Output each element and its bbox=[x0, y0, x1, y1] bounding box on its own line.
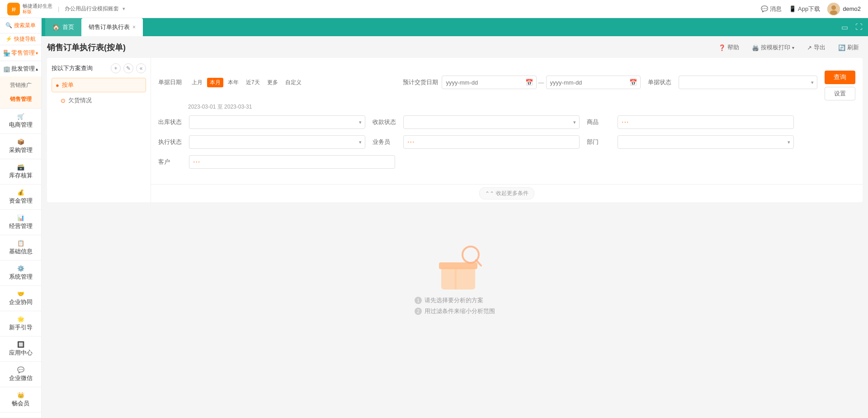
filter-left-header: 按以下方案查询 + ✎ « bbox=[52, 63, 146, 73]
tab-minimize-btn[interactable]: ▭ bbox=[840, 21, 850, 33]
sidebar-item-sales[interactable]: 销售管理 bbox=[0, 92, 41, 106]
scheme-sub-item[interactable]: ⊙ 欠货情况 bbox=[52, 94, 146, 107]
help-btn[interactable]: ❓ 帮助 bbox=[715, 42, 743, 53]
header-left: 好 畅捷通好生意 标版 | 办公用品行业模拟账套 ▾ bbox=[7, 3, 125, 15]
tab-close-btn[interactable]: × bbox=[132, 24, 136, 30]
breadcrumb-arrow[interactable]: ▾ bbox=[123, 6, 125, 12]
inventory-icon: 🗃️ bbox=[17, 164, 24, 171]
scheme-item-active[interactable]: ● 按单 bbox=[52, 78, 146, 92]
edit-scheme-btn[interactable]: ✎ bbox=[123, 63, 133, 73]
breadcrumb-label: 办公用品行业模拟账套 bbox=[65, 5, 119, 13]
sidebar-item-quicknav[interactable]: ⚡ 快捷导航 bbox=[0, 33, 41, 45]
member-icon: 👑 bbox=[17, 392, 24, 399]
sidebar-item-retail[interactable]: 🏪 零售管理 ▾ bbox=[0, 45, 41, 61]
status-select[interactable] bbox=[679, 76, 817, 89]
date-btn-thisyear[interactable]: 本年 bbox=[225, 78, 241, 87]
salesman-picker[interactable]: ··· bbox=[403, 135, 580, 149]
tab-home[interactable]: 🏠 首页 bbox=[45, 18, 81, 36]
date-label: 单据日期 bbox=[158, 78, 185, 86]
shipment-label: 出库状态 bbox=[158, 118, 185, 126]
salesman-label: 业务员 bbox=[373, 138, 400, 146]
ecommerce-icon: 🛒 bbox=[17, 113, 24, 120]
sidebar-item-basic[interactable]: 📋 基础信息 bbox=[0, 235, 41, 261]
sidebar-item-system[interactable]: ⚙️ 系统管理 bbox=[0, 261, 41, 286]
shipment-select-wrap bbox=[189, 115, 365, 129]
empty-svg bbox=[432, 242, 486, 292]
sidebar-item-app[interactable]: 🔲 应用中心 bbox=[0, 337, 41, 362]
forecast-date-start[interactable] bbox=[442, 76, 536, 89]
enterprise-icon: 🤝 bbox=[17, 290, 24, 297]
sidebar-item-newbie[interactable]: 🌟 新手引导 bbox=[0, 311, 41, 337]
exec-select-wrap bbox=[189, 135, 365, 149]
page-title: 销售订单执行表(按单) bbox=[47, 42, 126, 53]
print-btn[interactable]: 🖨️ 按模板打印 ▾ bbox=[748, 42, 798, 53]
hint-num-1: 1 bbox=[415, 297, 422, 304]
sidebar-item-ecommerce[interactable]: 🛒 电商管理 bbox=[0, 109, 41, 134]
filter-field-collect: 收款状态 bbox=[373, 115, 580, 129]
main-layout: 🔍 搜索菜单 ⚡ 快捷导航 🏪 零售管理 ▾ 🏢 批发管理 ▴ 营销推广 销售管… bbox=[0, 18, 868, 418]
sidebar-sub-wholesale: 营销推广 销售管理 bbox=[0, 76, 41, 108]
dept-select-wrap bbox=[618, 135, 794, 149]
svg-text:好: 好 bbox=[11, 7, 16, 12]
message-icon: 💬 bbox=[761, 5, 768, 12]
shipment-select[interactable] bbox=[189, 115, 365, 129]
page-content: 销售订单执行表(按单) ❓ 帮助 🖨️ 按模板打印 ▾ ↗ 导出 bbox=[42, 36, 868, 418]
tab-expand-btn[interactable]: ⛶ bbox=[854, 21, 864, 33]
tab-active[interactable]: 销售订单执行表 × bbox=[81, 18, 143, 36]
user-profile[interactable]: demo2 bbox=[827, 3, 861, 15]
filter-left-title: 按以下方案查询 bbox=[52, 64, 93, 72]
exec-select[interactable] bbox=[189, 135, 365, 149]
sidebar-item-wholesale[interactable]: 🏢 批发管理 ▴ bbox=[0, 61, 41, 76]
date-btn-thismonth[interactable]: 本月 bbox=[207, 78, 223, 87]
wholesale-icon: 🏢 bbox=[3, 66, 10, 72]
sidebar-item-operation[interactable]: 📊 经营管理 bbox=[0, 210, 41, 235]
setting-button[interactable]: 设置 bbox=[825, 87, 855, 100]
tab-bar: 🏠 首页 销售订单执行表 × ▭ ⛶ bbox=[42, 18, 868, 36]
sidebar-item-enterprise[interactable]: 🤝 企业协同 bbox=[0, 286, 41, 311]
filter-left-actions: + ✎ « bbox=[111, 63, 146, 73]
filter-left: 按以下方案查询 + ✎ « bbox=[47, 58, 151, 202]
customer-picker[interactable]: ··· bbox=[189, 155, 395, 169]
date-btn-custom[interactable]: 自定义 bbox=[283, 78, 304, 87]
filter-row-1: 单据日期 上月 本月 本年 近7天 更多 自定义 bbox=[158, 64, 855, 100]
sidebar-item-search[interactable]: 🔍 搜索菜单 bbox=[0, 18, 41, 33]
dept-select[interactable] bbox=[618, 135, 794, 149]
exec-label: 执行状态 bbox=[158, 138, 185, 146]
forecast-date-label: 预计交货日期 bbox=[403, 78, 438, 86]
forecast-date-end-wrap: 📅 bbox=[546, 76, 641, 89]
collect-select[interactable] bbox=[403, 115, 580, 129]
collapse-scheme-btn[interactable]: « bbox=[136, 63, 146, 73]
customer-ellipsis: ··· bbox=[193, 158, 200, 166]
sidebar-item-purchase[interactable]: 📦 采购管理 bbox=[0, 134, 41, 159]
sidebar-item-wechat[interactable]: 💬 企业微信 bbox=[0, 362, 41, 387]
date-btn-more[interactable]: 更多 bbox=[264, 78, 281, 87]
collect-label: 收款状态 bbox=[373, 118, 400, 126]
top-header: 好 畅捷通好生意 标版 | 办公用品行业模拟账套 ▾ 💬 消息 📱 App下载 bbox=[0, 0, 868, 18]
header-right: 💬 消息 📱 App下载 demo2 bbox=[761, 3, 861, 15]
refresh-btn[interactable]: 🔄 刷新 bbox=[835, 42, 863, 53]
product-picker[interactable]: ··· bbox=[618, 115, 794, 129]
forecast-date-end[interactable] bbox=[546, 76, 641, 89]
filter-field-forecast-date: 预计交货日期 📅 — 📅 bbox=[403, 76, 640, 89]
product-label: 商品 bbox=[587, 118, 614, 126]
purchase-icon: 📦 bbox=[17, 138, 24, 145]
filter-row-3: 执行状态 业务员 ··· bbox=[158, 135, 855, 149]
message-btn[interactable]: 💬 消息 bbox=[761, 5, 782, 13]
app-download-btn[interactable]: 📱 App下载 bbox=[789, 5, 820, 13]
print-icon: 🖨️ bbox=[752, 44, 759, 51]
help-icon: ❓ bbox=[718, 44, 726, 51]
sidebar-item-inventory[interactable]: 🗃️ 库存核算 bbox=[0, 159, 41, 185]
sidebar-item-member[interactable]: 👑 畅会员 bbox=[0, 387, 41, 413]
empty-hint-2: 2 用过滤条件来缩小分析范围 bbox=[415, 307, 495, 315]
forecast-date-start-wrap: 📅 bbox=[442, 76, 536, 89]
collapse-btn[interactable]: ⌃⌃ 收起更多条件 bbox=[479, 187, 534, 200]
sidebar-item-finance[interactable]: 💰 资金管理 bbox=[0, 185, 41, 210]
date-btn-lastmonth[interactable]: 上月 bbox=[189, 78, 205, 87]
date-btn-7days[interactable]: 近7天 bbox=[243, 78, 263, 87]
add-scheme-btn[interactable]: + bbox=[111, 63, 121, 73]
sidebar-item-marketing[interactable]: 营销推广 bbox=[0, 78, 41, 92]
export-btn[interactable]: ↗ 导出 bbox=[803, 42, 829, 53]
empty-illustration bbox=[432, 242, 477, 287]
empty-state: 1 请先选择要分析的方案 2 用过滤条件来缩小分析范围 bbox=[47, 206, 863, 354]
query-button[interactable]: 查询 bbox=[825, 71, 855, 84]
